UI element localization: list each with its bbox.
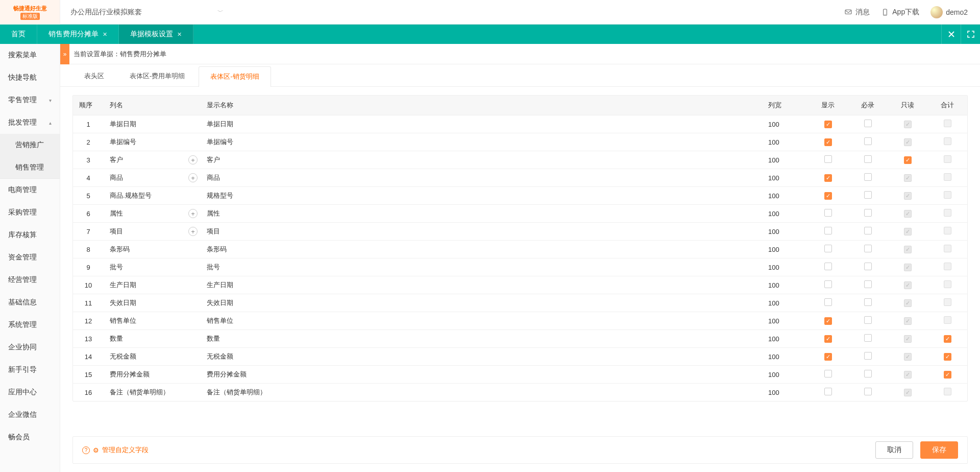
sidebar-item[interactable]: 企业微信: [0, 404, 60, 426]
account-selector[interactable]: 办公用品行业模拟账套 ﹀: [60, 8, 234, 17]
cell-width[interactable]: 100: [762, 169, 808, 187]
cell-width[interactable]: 100: [762, 366, 808, 384]
cell-display[interactable]: 单据编号: [201, 133, 762, 151]
cell-width[interactable]: 100: [762, 348, 808, 366]
checkbox[interactable]: [944, 335, 951, 343]
close-all-tabs-button[interactable]: [941, 25, 961, 44]
checkbox[interactable]: [824, 209, 832, 217]
cell-width[interactable]: 100: [762, 205, 808, 223]
cell-width[interactable]: 100: [762, 133, 808, 151]
checkbox[interactable]: [864, 334, 872, 342]
checkbox[interactable]: [824, 121, 832, 128]
cell-width[interactable]: 100: [762, 151, 808, 169]
expand-icon[interactable]: +: [188, 209, 198, 218]
checkbox[interactable]: [824, 155, 832, 163]
checkbox[interactable]: [864, 298, 872, 306]
checkbox[interactable]: [904, 156, 912, 164]
cell-display[interactable]: 规格型号: [201, 187, 762, 205]
checkbox[interactable]: [824, 192, 832, 200]
checkbox[interactable]: [824, 280, 832, 288]
sidebar-item[interactable]: 批发管理▴: [0, 111, 60, 134]
checkbox[interactable]: [864, 352, 872, 360]
expand-icon[interactable]: +: [188, 173, 198, 182]
checkbox[interactable]: [864, 316, 872, 324]
checkbox[interactable]: [864, 120, 872, 127]
checkbox[interactable]: [864, 227, 872, 234]
checkbox[interactable]: [864, 263, 872, 270]
checkbox[interactable]: [824, 138, 832, 146]
top-tab[interactable]: 首页: [0, 25, 37, 44]
top-tab[interactable]: 销售费用分摊单✕: [37, 25, 119, 44]
checkbox[interactable]: [864, 209, 872, 217]
app-download-button[interactable]: App下载: [881, 8, 919, 17]
cell-display[interactable]: 项目: [201, 223, 762, 241]
inner-tab[interactable]: 表体区-销货明细: [199, 66, 271, 87]
cell-display[interactable]: 客户: [201, 151, 762, 169]
cell-display[interactable]: 数量: [201, 330, 762, 348]
cell-width[interactable]: 100: [762, 312, 808, 330]
cell-width[interactable]: 100: [762, 330, 808, 348]
close-icon[interactable]: ✕: [103, 31, 107, 38]
collapse-handle[interactable]: »: [60, 44, 69, 64]
sidebar-item[interactable]: 快捷导航: [0, 66, 60, 89]
sidebar-item[interactable]: 资金管理: [0, 246, 60, 269]
close-icon[interactable]: ✕: [177, 31, 182, 38]
cell-width[interactable]: 100: [762, 258, 808, 276]
expand-icon[interactable]: +: [188, 155, 198, 164]
cell-display[interactable]: 条形码: [201, 241, 762, 258]
sidebar-item[interactable]: 畅会员: [0, 426, 60, 449]
checkbox[interactable]: [824, 370, 832, 377]
cell-width[interactable]: 100: [762, 276, 808, 294]
checkbox[interactable]: [824, 263, 832, 270]
checkbox[interactable]: [864, 388, 872, 395]
checkbox[interactable]: [824, 317, 832, 325]
sidebar-subitem[interactable]: 营销推广: [0, 134, 60, 156]
cell-display[interactable]: 无税金额: [201, 348, 762, 366]
checkbox[interactable]: [864, 280, 872, 288]
inner-tab[interactable]: 表体区-费用单明细: [118, 66, 197, 86]
sidebar-item[interactable]: 系统管理: [0, 314, 60, 336]
cancel-button[interactable]: 取消: [875, 441, 913, 459]
checkbox[interactable]: [824, 353, 832, 361]
cell-display[interactable]: 生产日期: [201, 276, 762, 294]
cell-display[interactable]: 属性: [201, 205, 762, 223]
sidebar-item[interactable]: 基础信息: [0, 291, 60, 314]
sidebar-item[interactable]: 搜索菜单: [0, 44, 60, 66]
cell-display[interactable]: 失效日期: [201, 294, 762, 312]
cell-display[interactable]: 销售单位: [201, 312, 762, 330]
cell-display[interactable]: 备注（销货单明细）: [201, 384, 762, 402]
expand-icon[interactable]: +: [188, 227, 198, 236]
sidebar-item[interactable]: 零售管理▾: [0, 89, 60, 111]
checkbox[interactable]: [864, 370, 872, 377]
cell-display[interactable]: 单据日期: [201, 115, 762, 133]
checkbox[interactable]: [944, 371, 951, 379]
cell-width[interactable]: 100: [762, 384, 808, 402]
top-tab[interactable]: 单据模板设置✕: [119, 25, 193, 44]
checkbox[interactable]: [944, 353, 951, 361]
cell-width[interactable]: 100: [762, 115, 808, 133]
cell-width[interactable]: 100: [762, 187, 808, 205]
cell-display[interactable]: 批号: [201, 258, 762, 276]
cell-display[interactable]: 商品: [201, 169, 762, 187]
checkbox[interactable]: [824, 388, 832, 395]
sidebar-item[interactable]: 企业协同: [0, 336, 60, 359]
checkbox[interactable]: [824, 174, 832, 182]
inner-tab[interactable]: 表头区: [72, 66, 116, 86]
sidebar-item[interactable]: 新手引导: [0, 359, 60, 381]
checkbox[interactable]: [824, 298, 832, 306]
user-menu[interactable]: demo2: [930, 6, 968, 18]
sidebar-item[interactable]: 电商管理: [0, 179, 60, 201]
checkbox[interactable]: [864, 245, 872, 252]
save-button[interactable]: 保存: [920, 441, 958, 459]
cell-width[interactable]: 100: [762, 294, 808, 312]
sidebar-item[interactable]: 应用中心: [0, 381, 60, 404]
cell-width[interactable]: 100: [762, 241, 808, 258]
sidebar-item[interactable]: 库存核算: [0, 224, 60, 246]
manage-custom-fields-link[interactable]: ? ⚙ 管理自定义字段: [82, 445, 149, 455]
messages-button[interactable]: 消息: [844, 8, 870, 17]
sidebar-subitem[interactable]: 销售管理: [0, 156, 60, 179]
sidebar-item[interactable]: 采购管理: [0, 201, 60, 224]
checkbox[interactable]: [824, 245, 832, 252]
fullscreen-button[interactable]: [961, 25, 980, 44]
checkbox[interactable]: [864, 137, 872, 145]
